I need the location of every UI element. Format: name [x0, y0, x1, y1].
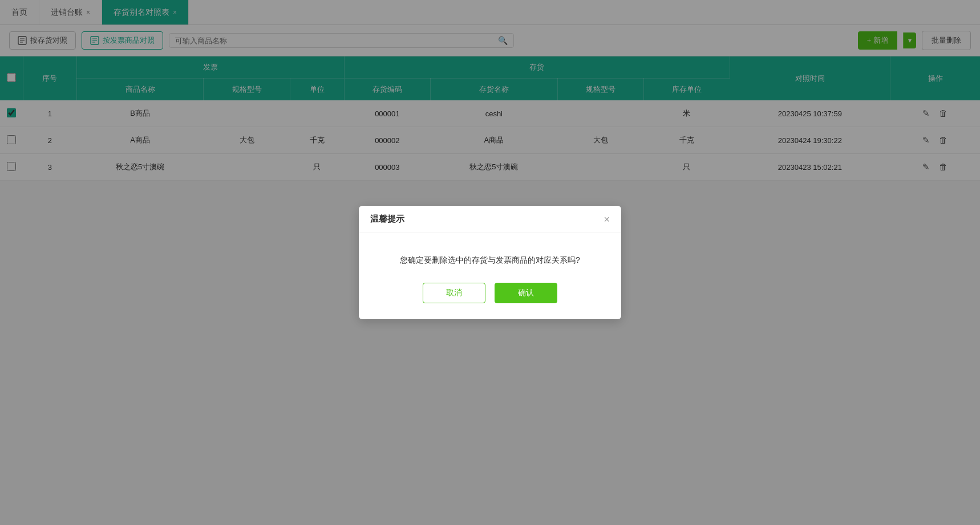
dialog-footer: 取消 确认	[359, 283, 621, 319]
dialog-title: 温馨提示	[370, 214, 404, 225]
dialog-message: 您确定要删除选中的存货与发票商品的对应关系吗?	[400, 255, 580, 264]
dialog-cancel-button[interactable]: 取消	[423, 283, 485, 303]
dialog-header: 温馨提示 ×	[359, 206, 621, 233]
dialog-body: 您确定要删除选中的存货与发票商品的对应关系吗?	[359, 233, 621, 282]
dialog-close-button[interactable]: ×	[604, 214, 610, 225]
dialog-confirm-button[interactable]: 确认	[495, 283, 557, 303]
confirm-dialog: 温馨提示 × 您确定要删除选中的存货与发票商品的对应关系吗? 取消 确认	[359, 206, 621, 319]
dialog-overlay: 温馨提示 × 您确定要删除选中的存货与发票商品的对应关系吗? 取消 确认	[0, 0, 980, 525]
main-content: 按存货对照 按发票商品对照 🔍 + 新增 ▾ 批量删除	[0, 25, 980, 525]
